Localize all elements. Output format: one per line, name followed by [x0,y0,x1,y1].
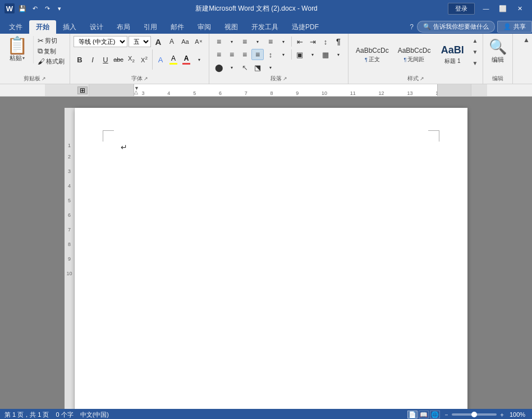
word-count[interactable]: 0 个字 [56,411,73,419]
bold-button[interactable]: B [74,54,86,65]
shading-dropdown[interactable]: ▾ [306,49,319,60]
zoom-in-button[interactable]: ＋ [499,411,505,419]
line-spacing-dropdown[interactable]: ▾ [277,49,290,60]
zoom-slider[interactable] [452,413,497,416]
clipboard-expand[interactable]: ↗ [42,76,46,81]
ruler-switch[interactable]: ⊞ [77,86,88,94]
tab-review[interactable]: 审阅 [191,20,218,34]
shading-button[interactable]: ▣ [293,49,306,60]
sort-button[interactable]: ↕ [319,36,332,47]
web-view[interactable]: 🌐 [430,411,440,418]
superscript-button[interactable]: X2 [138,54,150,65]
show-marks-button[interactable]: ¶ [332,36,345,47]
bullets-dropdown[interactable]: ▾ [226,36,238,47]
tab-view[interactable]: 视图 [218,20,245,34]
tab-mailings[interactable]: 邮件 [164,20,191,34]
tab-references[interactable]: 引用 [137,20,164,34]
font-name-select[interactable]: 等线 (中文正) [74,36,127,47]
draw-cursor[interactable]: ↖ [239,62,251,73]
tab-layout[interactable]: 布局 [110,20,137,34]
underline-button[interactable]: U [99,54,112,65]
restore-button[interactable]: ⬜ [495,1,511,16]
save-button[interactable]: 💾 [17,3,28,14]
tell-me-input[interactable]: 🔍 告诉我你想要做什么 [417,21,495,33]
align-right-button[interactable]: ≡ [239,49,251,60]
italic-icon: I [91,56,94,64]
tell-me-label: 告诉我你想要做什么 [433,22,489,31]
tab-developer[interactable]: 开发工具 [245,20,285,34]
subscript-button[interactable]: X2 [125,54,137,65]
language[interactable]: 中文(中国) [80,411,109,419]
style-nospace[interactable]: AaBbCcDc ¶ 无间距 [394,39,435,71]
align-center-button[interactable]: ≡ [226,49,238,60]
line-spacing-button[interactable]: ↕ [264,49,277,60]
numbering-dropdown[interactable]: ▾ [251,36,264,47]
cut-icon: ✂ [38,37,44,45]
reading-view[interactable]: 📖 [419,411,429,418]
draw-tool3[interactable]: ⬔ [251,62,264,73]
document-page[interactable]: ↵ [75,108,467,409]
style-heading1[interactable]: AaBl 标题 1 [435,39,469,71]
para-row3: ⬤ ▾ ↖ ⬔ ▾ [213,62,277,73]
tab-home[interactable]: 开始 [29,20,56,34]
font-color-button[interactable]: A [180,54,192,65]
multilevel-dropdown[interactable]: ▾ [277,36,290,47]
minimize-button[interactable]: — [478,1,494,16]
font-size-select[interactable]: 五号 [129,36,151,47]
draw-tool2[interactable]: ▾ [226,62,238,73]
ribbon-tabs: 文件 开始 插入 设计 布局 引用 邮件 审阅 视图 开发工具 迅捷PDF ? … [0,17,532,34]
font-color-dropdown[interactable]: ▾ [193,54,205,65]
help-icon[interactable]: ? [410,23,414,31]
redo-button[interactable]: ↷ [42,3,53,14]
paste-dropdown[interactable]: ▾ [22,56,25,61]
tab-insert[interactable]: 插入 [56,20,83,34]
format-painter-icon: 🖌 [38,57,45,66]
clear-format-button[interactable]: A✕ [192,36,205,47]
styles-more[interactable]: ▼ [470,58,479,67]
borders-button[interactable]: ▦ [319,49,332,60]
style-normal[interactable]: AaBbCcDc ¶ 正文 [352,39,393,71]
cut-button[interactable]: ✂ 剪切 [36,36,66,45]
borders-dropdown[interactable]: ▾ [332,49,345,60]
tab-design[interactable]: 设计 [83,20,110,34]
grow-font-button[interactable]: A [152,36,164,47]
align-left-button[interactable]: ≡ [213,49,225,60]
login-button[interactable]: 登录 [448,3,475,15]
zoom-percent[interactable]: 100% [507,411,528,418]
document-area[interactable]: 1 2 3 4 5 6 7 8 9 10 ↵ [0,97,532,409]
tab-file[interactable]: 文件 [2,20,29,34]
strikethrough-button[interactable]: abc [112,54,125,65]
view-buttons: 📄 📖 🌐 [407,411,440,418]
styles-expand[interactable]: ↗ [420,76,424,81]
change-case-button[interactable]: Aa [179,36,191,47]
styles-scroll-down[interactable]: ▼ [470,47,479,56]
print-layout-view[interactable]: 📄 [407,411,418,418]
quick-access-dropdown[interactable]: ▾ [54,3,65,14]
italic-button[interactable]: I [86,54,99,65]
undo-button[interactable]: ↶ [29,3,40,14]
share-button[interactable]: 👤 共享 [497,21,532,33]
draw-tool3-dropdown[interactable]: ▾ [264,62,277,73]
bullets-button[interactable]: ≡ [213,36,225,47]
shrink-font-button[interactable]: A [166,36,178,47]
copy-button[interactable]: ⧉ 复制 [36,46,66,56]
numbering-button[interactable]: ≡ [239,36,251,47]
increase-indent-button[interactable]: ⇥ [306,36,319,47]
highlight-color-button[interactable]: A [167,54,180,65]
styles-scroll-up[interactable]: ▲ [470,36,479,45]
decrease-indent-button[interactable]: ⇤ [293,36,306,47]
ribbon-collapse-button[interactable]: ▲ [521,34,532,46]
close-button[interactable]: ✕ [512,1,528,16]
find-replace-button[interactable]: 🔍 编辑 [487,36,509,66]
page-info[interactable]: 第 1 页，共 1 页 [4,411,49,419]
font-expand[interactable]: ↗ [144,76,148,81]
paste-button[interactable]: 📋 粘贴 ▾ [3,36,31,63]
draw-tool1[interactable]: ⬤ [213,62,225,73]
text-effects-button[interactable]: A [154,54,167,65]
justify-button[interactable]: ≡ [251,49,264,60]
paragraph-expand[interactable]: ↗ [283,76,287,81]
multilevel-button[interactable]: ≡ [264,36,277,47]
tab-pdf[interactable]: 迅捷PDF [285,20,325,34]
zoom-out-button[interactable]: － [443,411,450,419]
format-painter-button[interactable]: 🖌 格式刷 [36,57,66,66]
